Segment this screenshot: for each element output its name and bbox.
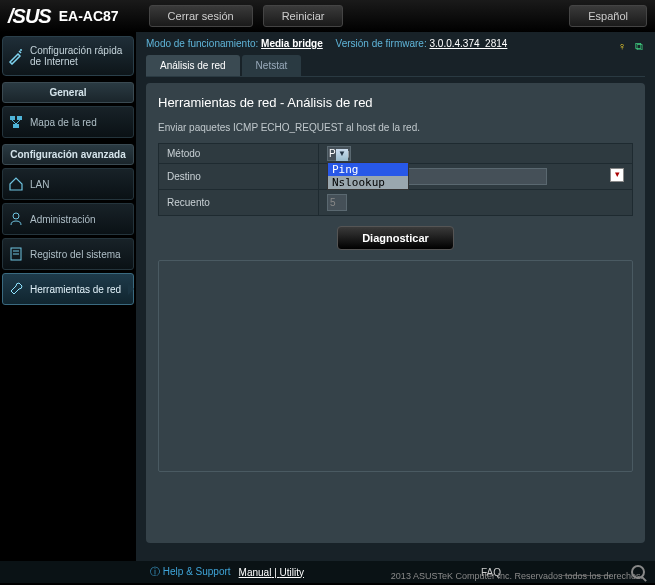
tab-netstat[interactable]: Netstat <box>242 55 302 76</box>
bulb-icon[interactable]: ♀ <box>618 40 626 52</box>
section-general: General <box>2 82 134 103</box>
sidebar-item-label: Herramientas de red <box>30 284 121 295</box>
quick-setup-button[interactable]: Configuración rápida de Internet <box>2 36 134 76</box>
netmap-icon <box>7 113 25 131</box>
sidebar: Configuración rápida de Internet General… <box>0 32 136 562</box>
sidebar-item-lan[interactable]: LAN <box>2 168 134 200</box>
firmware-label: Versión de firmware: <box>336 38 427 49</box>
diagnose-button[interactable]: Diagnosticar <box>337 226 454 250</box>
content-area: Modo de funcionamiento: Media bridge Ver… <box>136 32 655 562</box>
method-dropdown: Ping Nslookup <box>327 162 409 190</box>
network-status-icon[interactable]: ⧉ <box>635 40 643 52</box>
row-method: Método Ping ▼ Ping Nslookup <box>159 144 633 164</box>
tools-icon <box>7 280 25 298</box>
count-label: Recuento <box>159 190 319 216</box>
reboot-button[interactable]: Reiniciar <box>263 5 344 27</box>
method-select[interactable]: Ping ▼ <box>327 146 351 161</box>
tabs: Análisis de red Netstat <box>146 55 645 77</box>
quick-setup-label: Configuración rápida de Internet <box>30 45 129 67</box>
main-panel: Herramientas de red - Análisis de red En… <box>146 83 645 543</box>
manual-link[interactable]: Manual <box>239 567 272 578</box>
svg-rect-3 <box>13 124 19 128</box>
method-label: Método <box>159 144 319 164</box>
opmode-line: Modo de funcionamiento: Media bridge Ver… <box>146 38 645 49</box>
home-icon <box>7 175 25 193</box>
status-icons: ♀ ⧉ <box>618 40 643 53</box>
dropdown-option-nslookup[interactable]: Nslookup <box>328 176 408 189</box>
favorite-button[interactable]: ▾ <box>610 168 624 182</box>
copyright: 2013 ASUSTeK Computer Inc. Reservados to… <box>391 571 643 581</box>
opmode-value[interactable]: Media bridge <box>261 38 323 49</box>
footer-links: Manual | Utility <box>239 567 304 578</box>
admin-icon <box>7 210 25 228</box>
sidebar-item-label: LAN <box>30 179 49 190</box>
main-layout: Configuración rápida de Internet General… <box>0 32 655 562</box>
sidebar-item-label: Registro del sistema <box>30 249 121 260</box>
firmware-value[interactable]: 3.0.0.4.374_2814 <box>429 38 507 49</box>
tab-analysis[interactable]: Análisis de red <box>146 55 240 76</box>
sidebar-item-label: Mapa de la red <box>30 117 97 128</box>
logout-button[interactable]: Cerrar sesión <box>149 5 253 27</box>
log-icon <box>7 245 25 263</box>
sidebar-item-syslog[interactable]: Registro del sistema <box>2 238 134 270</box>
svg-point-4 <box>13 213 19 219</box>
destination-label: Destino <box>159 164 319 190</box>
wand-icon <box>7 47 25 65</box>
row-count: Recuento <box>159 190 633 216</box>
form-table: Método Ping ▼ Ping Nslookup Destino <box>158 143 633 216</box>
svg-point-0 <box>20 49 22 51</box>
language-button[interactable]: Español <box>569 5 647 27</box>
svg-rect-2 <box>17 116 22 120</box>
panel-desc: Enviar paquetes ICMP ECHO_REQUEST al hos… <box>158 122 633 133</box>
header-bar: /SUS EA-AC87 Cerrar sesión Reiniciar Esp… <box>0 0 655 32</box>
count-input[interactable] <box>327 194 347 211</box>
panel-title: Herramientas de red - Análisis de red <box>158 95 633 110</box>
opmode-label: Modo de funcionamiento: <box>146 38 258 49</box>
brand-logo: /SUS <box>8 5 51 28</box>
model-label: EA-AC87 <box>59 8 119 24</box>
sidebar-item-label: Administración <box>30 214 96 225</box>
chevron-down-icon: ▼ <box>336 149 348 161</box>
output-box <box>158 260 633 472</box>
help-link[interactable]: ⓘ Help & Support <box>150 565 231 579</box>
svg-rect-1 <box>10 116 15 120</box>
dropdown-option-ping[interactable]: Ping <box>328 163 408 176</box>
sidebar-item-admin[interactable]: Administración <box>2 203 134 235</box>
sidebar-item-netmap[interactable]: Mapa de la red <box>2 106 134 138</box>
utility-link[interactable]: Utility <box>280 567 304 578</box>
sidebar-item-nettools[interactable]: Herramientas de red <box>2 273 134 305</box>
section-advanced: Configuración avanzada <box>2 144 134 165</box>
